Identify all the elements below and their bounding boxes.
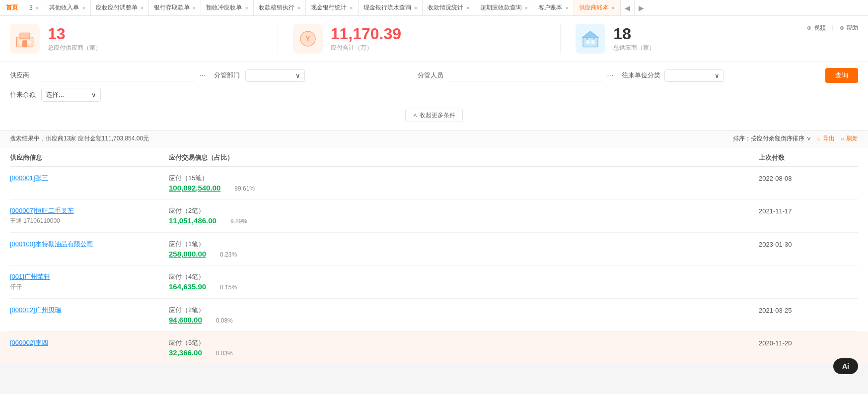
- close-icon[interactable]: ×: [82, 5, 85, 11]
- svg-rect-3: [19, 40, 22, 44]
- nav-other-income[interactable]: 其他收入单 ×: [44, 0, 90, 15]
- sort-button[interactable]: 排序：按应付余额倒序排序 ∨: [733, 134, 811, 143]
- close-icon[interactable]: ×: [466, 5, 469, 11]
- trade-label: 应付（4笔）: [169, 272, 759, 281]
- trade-pct: 0.08%: [216, 317, 233, 324]
- filter-dept-dropdown[interactable]: ∨: [245, 69, 305, 82]
- video-link[interactable]: ⊙ 视频: [807, 24, 825, 32]
- total-suppliers-label: 总供应商（家）: [613, 44, 655, 52]
- nav-bank-deposit[interactable]: 银行存取款单 ×: [149, 0, 201, 15]
- nav-cash-bank-stat-label: 现金银行统计: [311, 3, 347, 12]
- supplier-link[interactable]: [000002]李四: [10, 339, 48, 346]
- filter-balance-label: 往来余额: [10, 90, 37, 99]
- ai-button[interactable]: Ai: [833, 358, 858, 364]
- trade-cell: 应付（5笔） 32,366.00 0.03%: [169, 338, 759, 357]
- filter-unit-class-dropdown[interactable]: ∨: [664, 69, 724, 82]
- nav-other-income-label: 其他收入单: [49, 3, 79, 12]
- nav-receipt-exec[interactable]: 收款核销执行 ×: [254, 0, 306, 15]
- search-button[interactable]: 查询: [825, 68, 858, 83]
- trade-row-line: 94,600.00 0.08%: [169, 315, 759, 324]
- filter-supplier-input[interactable]: [41, 69, 195, 81]
- filter-person-dots[interactable]: ···: [607, 71, 613, 80]
- supplier-link[interactable]: [001]广州荣轩: [10, 273, 50, 280]
- payable-suppliers-label: 总应付供应商（家）: [48, 44, 101, 52]
- chevron-down-icon-2: ∨: [715, 72, 720, 79]
- nav-item-3[interactable]: 3 ×: [24, 0, 44, 15]
- close-icon[interactable]: ×: [612, 5, 615, 11]
- nav-ar-adjust[interactable]: 应收应付调整单 ×: [91, 0, 149, 15]
- supplier-link[interactable]: [000007]恒旺二手叉车: [10, 207, 74, 214]
- trade-amount[interactable]: 94,600.00: [169, 316, 202, 324]
- supplier-cell: [000100]本特勒油品有限公司: [10, 240, 169, 249]
- total-suppliers-number: 18: [613, 26, 655, 42]
- supplier-link[interactable]: [000012]广州贝瑞: [10, 306, 61, 314]
- filter-balance-dropdown[interactable]: 选择... ∨: [41, 88, 101, 102]
- nav-receipt-stat-label: 收款情况统计: [428, 3, 463, 12]
- trade-amount[interactable]: 164,635.90: [169, 282, 206, 291]
- nav-cash-bank-stat[interactable]: 现金银行统计 ×: [306, 0, 358, 15]
- col-header-supplier: 供应商信息: [10, 153, 169, 162]
- table-row: [000100]本特勒油品有限公司 应付（1笔） 258,000.00 0.23…: [10, 233, 858, 265]
- supplier-link[interactable]: [000001]张三: [10, 174, 48, 182]
- close-icon[interactable]: ×: [36, 5, 39, 11]
- filter-dept-label: 分管部门: [214, 71, 241, 80]
- trade-cell: 应付（2笔） 11,051,486.00 9.89%: [169, 206, 759, 225]
- supplier2-icon: ¥: [293, 24, 323, 54]
- table-row: [000002]李四 应付（5笔） 32,366.00 0.03% 2020-1…: [0, 331, 868, 364]
- trade-amount[interactable]: 11,051,486.00: [169, 216, 217, 225]
- close-icon[interactable]: ×: [193, 5, 196, 11]
- refresh-button[interactable]: ○ 刷新: [841, 134, 858, 143]
- nav-cash-flow-label: 现金银行流水查询: [363, 3, 411, 12]
- payable-suppliers-number: 13: [48, 26, 101, 42]
- chevron-down-icon-3: ∨: [91, 91, 96, 99]
- table-row: [000007]恒旺二手叉车 王通 17106110000 应付（2笔） 11,…: [10, 199, 858, 233]
- trade-label: 应付（2笔）: [169, 206, 759, 215]
- help-link[interactable]: ⊙ 帮助: [840, 24, 858, 32]
- table-row: [001]广州荣轩 仔仔 应付（4笔） 164,635.90 0.15%: [10, 265, 858, 299]
- close-icon[interactable]: ×: [565, 5, 568, 11]
- close-icon[interactable]: ×: [525, 5, 528, 11]
- nav-receipt-stat[interactable]: 收款情况统计 ×: [423, 0, 475, 15]
- trade-amount[interactable]: 100,092,540.00: [169, 184, 220, 192]
- nav-prepay-label: 预收冲应收单: [206, 3, 242, 12]
- trade-pct: 89.61%: [234, 185, 255, 192]
- svg-rect-2: [22, 40, 27, 47]
- card-payable-total-content: 11,170.39 应付合计（万）: [331, 26, 401, 52]
- svg-rect-1: [20, 33, 30, 39]
- svg-marker-8: [582, 31, 599, 38]
- trade-amount[interactable]: 258,000.00: [169, 250, 206, 258]
- supplier-link[interactable]: [000100]本特勒油品有限公司: [10, 240, 93, 248]
- close-icon[interactable]: ×: [141, 5, 144, 11]
- results-summary-text: 搜索结果中，供应商13家 应付金额111,703,854.00元: [10, 134, 149, 143]
- close-icon[interactable]: ×: [245, 5, 248, 11]
- export-icon: ○: [817, 135, 821, 142]
- close-icon[interactable]: ×: [350, 5, 353, 11]
- filter-supplier-dots[interactable]: ···: [199, 71, 206, 80]
- col-header-lastpay: 上次付数: [759, 153, 858, 162]
- filter-dept: 分管部门 ∨: [214, 69, 410, 82]
- card-payable-suppliers-content: 13 总应付供应商（家）: [48, 26, 101, 52]
- close-icon[interactable]: ×: [414, 5, 417, 11]
- nav-prepay[interactable]: 预收冲应收单 ×: [201, 0, 253, 15]
- nav-3-label: 3: [29, 4, 33, 11]
- trade-label: 应付（5笔）: [169, 338, 759, 347]
- trade-row-line: 11,051,486.00 9.89%: [169, 215, 759, 225]
- nav-customer-ledger[interactable]: 客户账本 ×: [533, 0, 574, 15]
- nav-arrow-left[interactable]: ◀: [620, 0, 634, 15]
- export-button[interactable]: ○ 导出: [817, 134, 835, 143]
- table-row: [000001]张三 应付（15笔） 100,092,540.00 89.61%…: [10, 167, 858, 199]
- trade-amount[interactable]: 32,366.00: [169, 348, 202, 357]
- filter-person-input[interactable]: [449, 69, 603, 81]
- supplier1-icon: [10, 24, 40, 54]
- nav-overdue-ar[interactable]: 超期应收款查询 ×: [475, 0, 533, 15]
- nav-home[interactable]: 首页: [0, 0, 24, 15]
- trade-pct: 0.23%: [220, 251, 237, 258]
- collapse-conditions-button[interactable]: ∧ 收起更多条件: [405, 109, 462, 122]
- export-label: 导出: [823, 134, 835, 143]
- filter-person: 分管人员 ···: [418, 69, 614, 81]
- close-icon[interactable]: ×: [297, 5, 300, 11]
- nav-arrow-right[interactable]: ▶: [634, 0, 648, 15]
- nav-cash-flow[interactable]: 现金银行流水查询 ×: [359, 0, 423, 15]
- nav-supplier-ledger[interactable]: 供应商账本 ×: [574, 0, 620, 15]
- top-nav: 首页 3 × 其他收入单 × 应收应付调整单 × 银行存取款单 × 预收冲应收单…: [0, 0, 868, 16]
